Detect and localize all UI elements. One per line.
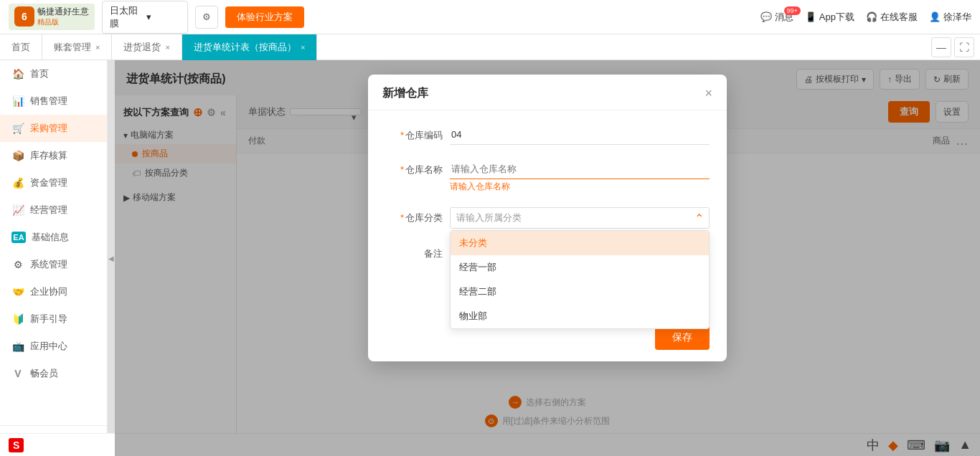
app-logo-icon: 6 [14, 6, 34, 27]
sidebar-item-home[interactable]: 🏠 首页 [0, 60, 107, 87]
tab-home-label: 首页 [11, 41, 30, 54]
code-input-wrap [450, 125, 710, 145]
modal-title: 新增仓库 [382, 86, 428, 101]
tab-purchase-return[interactable]: 进货退货 × [112, 34, 182, 60]
sidebar-label-guide: 新手引导 [30, 313, 67, 326]
sales-icon: 📊 [11, 95, 24, 108]
sidebar-label-basic: 基础信息 [32, 231, 69, 244]
top-header: 6 畅捷通好生意 精品版 日太阳膜 ▾ ⚙ 体验行业方案 💬 消息 99+ 📱 … [0, 0, 980, 34]
content-area: 进货单统计(按商品) 🖨 按模板打印 ▾ ↑ 导出 ↻ 刷新 [115, 60, 980, 456]
form-row-category: *仓库分类 请输入所属分类 ⌃ 未分类 经营一部 经营二部 [385, 207, 710, 229]
online-service-item[interactable]: 🎧 在线客服 [866, 11, 918, 24]
name-label: *仓库名称 [385, 159, 443, 176]
sidebar-item-basic[interactable]: EA 基础信息 [0, 224, 107, 251]
tab-account[interactable]: 账套管理 × [42, 34, 112, 60]
sidebar: 🏠 首页 📊 销售管理 🛒 采购管理 📦 库存核算 💰 资金管理 📈 经营管理 … [0, 60, 108, 456]
logo-text-line2: 精品版 [37, 17, 89, 27]
app-download-label: App下载 [819, 11, 854, 24]
settings-icon[interactable]: ⚙ [195, 6, 218, 29]
enterprise-icon: 🤝 [11, 285, 24, 298]
main-layout: 🏠 首页 📊 销售管理 🛒 采购管理 📦 库存核算 💰 资金管理 📈 经营管理 … [0, 60, 980, 456]
modal-header: 新增仓库 × [368, 75, 727, 110]
category-dropdown-wrap: 请输入所属分类 ⌃ 未分类 经营一部 经营二部 物业部 [450, 207, 710, 229]
user-avatar[interactable]: 👤 徐泽华 [929, 11, 971, 24]
sidebar-label-finance: 资金管理 [30, 176, 67, 189]
bottom-logo: S [9, 438, 24, 452]
tab-purchase-stat-label: 进货单统计表（按商品） [194, 41, 296, 54]
tab-purchase-return-label: 进货退货 [123, 41, 161, 54]
tab-purchase-return-close[interactable]: × [165, 43, 169, 52]
dropdown-item-uncategorized[interactable]: 未分类 [451, 231, 709, 255]
username-label: 徐泽华 [943, 11, 971, 24]
tab-account-close[interactable]: × [95, 43, 100, 52]
sidebar-item-operations[interactable]: 📈 经营管理 [0, 196, 107, 224]
store-selector[interactable]: 日太阳膜 ▾ [102, 1, 188, 34]
modal-close-button[interactable]: × [705, 86, 712, 101]
operations-icon: 📈 [11, 204, 24, 217]
header-right: 💬 消息 99+ 📱 App下载 🎧 在线客服 👤 徐泽华 [760, 11, 971, 24]
tab-minimize-button[interactable]: — [931, 37, 951, 57]
category-arrow-icon: ⌃ [694, 212, 704, 225]
name-input[interactable] [450, 159, 710, 179]
tabs-bar: 首页 账套管理 × 进货退货 × 进货单统计表（按商品） × — ⛶ [0, 34, 980, 60]
sidebar-label-enterprise: 企业协同 [30, 285, 67, 298]
store-name: 日太阳膜 [110, 4, 143, 30]
sidebar-item-enterprise[interactable]: 🤝 企业协同 [0, 278, 107, 305]
sidebar-item-apps[interactable]: 📺 应用中心 [0, 333, 107, 360]
sidebar-item-purchase[interactable]: 🛒 采购管理 [0, 115, 107, 142]
online-service-label: 在线客服 [880, 11, 918, 24]
store-dropdown-icon: ▾ [146, 11, 180, 22]
member-icon: V [11, 367, 24, 380]
system-icon: ⚙ [11, 258, 24, 271]
logo-text-line1: 畅捷通好生意 [37, 6, 89, 16]
purchase-icon: 🛒 [11, 122, 24, 135]
tab-expand-button[interactable]: ⛶ [954, 37, 974, 57]
name-error-msg: 请输入仓库名称 [450, 181, 710, 193]
sidebar-item-system[interactable]: ⚙ 系统管理 [0, 251, 107, 278]
app-download-item[interactable]: 📱 App下载 [805, 11, 854, 24]
finance-icon: 💰 [11, 176, 24, 189]
sidebar-label-member: 畅会员 [30, 367, 58, 380]
sidebar-label-operations: 经营管理 [30, 204, 67, 217]
sidebar-label-purchase: 采购管理 [30, 122, 67, 135]
try-industry-button[interactable]: 体验行业方案 [225, 6, 304, 28]
form-row-code: *仓库编码 [385, 125, 710, 145]
sidebar-item-member[interactable]: V 畅会员 [0, 360, 107, 387]
sidebar-item-sales[interactable]: 📊 销售管理 [0, 87, 107, 115]
modal-body: *仓库编码 *仓库名称 请输入仓库名称 [368, 110, 727, 317]
tab-controls: — ⛶ [931, 37, 980, 57]
modal-overlay[interactable]: 新增仓库 × *仓库编码 [115, 60, 980, 456]
category-placeholder: 请输入所属分类 [456, 212, 522, 224]
inventory-icon: 📦 [11, 149, 24, 162]
sidebar-item-guide[interactable]: 🔰 新手引导 [0, 305, 107, 333]
sidebar-item-inventory[interactable]: 📦 库存核算 [0, 142, 107, 169]
save-button[interactable]: 保存 [655, 326, 710, 350]
notification-icon[interactable]: 💬 消息 99+ [760, 11, 793, 24]
sidebar-label-system: 系统管理 [30, 258, 67, 271]
apps-icon: 📺 [11, 340, 24, 353]
tab-purchase-stat[interactable]: 进货单统计表（按商品） × [182, 34, 317, 60]
sidebar-label-inventory: 库存核算 [30, 149, 67, 162]
tab-account-label: 账套管理 [54, 41, 91, 54]
tab-purchase-stat-close[interactable]: × [301, 43, 305, 52]
bottom-logo-icon: S [9, 438, 24, 452]
code-input[interactable] [450, 125, 710, 145]
name-input-wrap: 请输入仓库名称 [450, 159, 710, 193]
sidebar-label-sales: 销售管理 [30, 95, 67, 108]
notification-badge: 99+ [784, 6, 801, 15]
category-dropdown[interactable]: 请输入所属分类 [450, 207, 710, 229]
sidebar-item-finance[interactable]: 💰 资金管理 [0, 169, 107, 196]
sidebar-label-apps: 应用中心 [30, 340, 67, 353]
new-warehouse-modal: 新增仓库 × *仓库编码 [368, 75, 727, 361]
dropdown-item-property[interactable]: 物业部 [451, 304, 709, 328]
guide-icon: 🔰 [11, 313, 24, 326]
logo-area: 6 畅捷通好生意 精品版 [9, 4, 95, 29]
sidebar-label-home: 首页 [30, 67, 49, 80]
category-label: *仓库分类 [385, 207, 443, 224]
tab-home[interactable]: 首页 [0, 34, 42, 60]
dropdown-item-dept1[interactable]: 经营一部 [451, 255, 709, 280]
dropdown-item-dept2[interactable]: 经营二部 [451, 280, 709, 304]
code-label: *仓库编码 [385, 125, 443, 142]
form-row-name: *仓库名称 请输入仓库名称 [385, 159, 710, 193]
sidebar-collapse-handle[interactable]: ◀ [108, 60, 115, 456]
